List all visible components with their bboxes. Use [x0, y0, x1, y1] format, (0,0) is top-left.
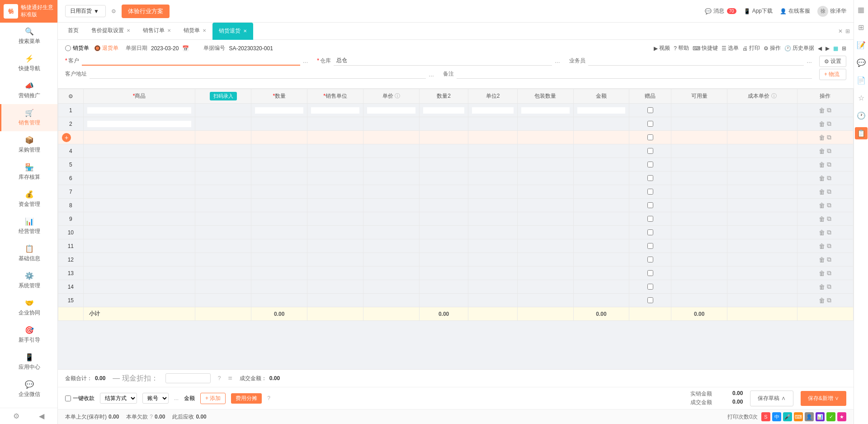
tab-price-setting[interactable]: 售价提取设置 ✕	[85, 23, 137, 40]
rs-item-star[interactable]: ☆	[856, 92, 866, 104]
rs-item-file[interactable]: 📄	[855, 74, 868, 86]
copy-row-btn[interactable]: ⧉	[827, 283, 831, 291]
copy-row-btn[interactable]: ⧉	[827, 161, 831, 168]
settings-button[interactable]: ⚙ 设置	[819, 56, 846, 67]
close-all-tabs-icon[interactable]: ✕	[838, 28, 843, 34]
messages-item[interactable]: 💬 消息 70	[705, 7, 736, 15]
maximize-icon[interactable]: ⊞	[845, 28, 850, 34]
save-draft-button[interactable]: 保存草稿 ∧	[750, 391, 793, 406]
close-tab-price-setting[interactable]: ✕	[127, 28, 130, 33]
discount-input[interactable]	[165, 373, 211, 383]
rs-item-grid1[interactable]: ▦	[856, 4, 866, 16]
copy-row-btn[interactable]: ⧉	[827, 120, 831, 128]
video-btn[interactable]: ▶ 视频	[654, 44, 670, 52]
product-input[interactable]	[87, 121, 192, 127]
product-cell[interactable]	[83, 104, 195, 117]
app-download-item[interactable]: 📱 App下载	[744, 7, 773, 15]
gift-checkbox[interactable]	[647, 284, 653, 290]
radio-return[interactable]: 退货单	[94, 44, 118, 52]
copy-row-btn[interactable]: ⧉	[827, 256, 831, 263]
product-input[interactable]	[87, 107, 192, 114]
remark-input[interactable]	[457, 69, 812, 79]
close-tab-sales-order[interactable]: ✕	[167, 28, 171, 33]
shortcut-btn[interactable]: ⌨ 快捷键	[693, 44, 718, 52]
copy-row-btn[interactable]: ⧉	[827, 133, 831, 141]
gift-checkbox[interactable]	[647, 107, 653, 113]
online-service-item[interactable]: 👤 在线客服	[780, 7, 810, 15]
copy-row-btn[interactable]: ⧉	[827, 229, 831, 236]
one-click-payment-checkbox[interactable]: 一键收款	[65, 395, 94, 402]
sidebar-item-quick-nav[interactable]: ⚡ 快捷导航	[0, 50, 57, 77]
warehouse-input[interactable]	[334, 56, 552, 66]
view-grid-icon[interactable]: ⊞	[842, 45, 846, 52]
info-icon-price[interactable]: ⓘ	[395, 93, 400, 99]
nav-prev-icon[interactable]: ◀	[818, 45, 822, 52]
scan-button[interactable]: 扫码录入	[210, 92, 237, 100]
gift-checkbox[interactable]	[647, 189, 653, 195]
gift-checkbox[interactable]	[647, 257, 653, 262]
nav-select[interactable]: 日用百货 ▼	[65, 5, 106, 17]
help-icon-payment[interactable]: ?	[267, 395, 270, 401]
gear-icon[interactable]: ⚙	[111, 8, 116, 14]
settings-bottom-icon[interactable]: ⚙	[13, 412, 19, 420]
rs-item-grid2[interactable]: ⊞	[856, 21, 866, 33]
tool-icon-zh[interactable]: 中	[772, 412, 781, 421]
sidebar-item-finance[interactable]: 💰 资金管理	[0, 186, 57, 213]
sidebar-item-inventory[interactable]: 🏪 库存核算	[0, 158, 57, 186]
view-table-icon[interactable]: ▦	[833, 45, 838, 52]
expense-split-button[interactable]: 费用分摊	[231, 393, 262, 404]
copy-row-btn[interactable]: ⧉	[827, 242, 831, 250]
quantity-input[interactable]	[255, 107, 303, 114]
staff-input[interactable]	[588, 56, 804, 66]
tool-icon-chart[interactable]: 📊	[816, 412, 825, 421]
rs-item-action[interactable]: 📋	[855, 127, 868, 139]
sidebar-item-guide[interactable]: 🎯 新手引导	[0, 321, 57, 348]
collapse-icon[interactable]: ◀	[39, 412, 44, 420]
delete-row-btn[interactable]: 🗑	[819, 188, 825, 195]
customer-dots-btn[interactable]: ...	[303, 57, 308, 64]
account-select[interactable]: 账号	[142, 393, 169, 404]
th-gear[interactable]: ⚙	[58, 89, 84, 104]
copy-row-btn[interactable]: ⧉	[827, 215, 831, 223]
add-amount-button[interactable]: + 添加	[200, 393, 226, 404]
help-icon-calc[interactable]: ?	[218, 375, 221, 381]
tool-icon-s[interactable]: S	[761, 412, 770, 421]
sidebar-item-member[interactable]: 👑 畅会员	[0, 403, 57, 408]
experience-button[interactable]: 体验行业方案	[122, 5, 170, 18]
gift-checkbox[interactable]	[647, 148, 653, 154]
print-btn[interactable]: 🖨 打印	[742, 44, 760, 52]
tab-sales-order[interactable]: 销售订单 ✕	[137, 23, 177, 40]
gift-checkbox[interactable]	[647, 270, 653, 276]
delete-row-btn[interactable]: 🗑	[819, 296, 825, 304]
account-dots-btn[interactable]: ...	[174, 395, 179, 401]
unit-input[interactable]	[311, 107, 359, 114]
sidebar-item-marketing[interactable]: 📣 营销推广	[0, 77, 57, 104]
delete-row-btn[interactable]: 🗑	[819, 133, 825, 141]
rs-item-chat[interactable]: 💬	[855, 57, 868, 69]
gift-checkbox[interactable]	[647, 297, 653, 303]
close-tab-sales[interactable]: ✕	[203, 28, 206, 33]
tab-sales-return[interactable]: 销货退货 ✕	[212, 23, 253, 40]
gift-checkbox[interactable]	[647, 216, 653, 222]
gift-checkbox[interactable]	[647, 243, 653, 249]
copy-row-btn[interactable]: ⧉	[827, 201, 831, 209]
sidebar-item-wechat[interactable]: 💬 企业微信	[0, 376, 57, 403]
save-new-button[interactable]: 保存&新增 ∨	[801, 391, 846, 406]
copy-row-btn[interactable]: ⧉	[827, 188, 831, 195]
help-btn[interactable]: ? 帮助	[674, 44, 689, 52]
gift-checkbox-active[interactable]	[647, 134, 653, 140]
nav-next-icon[interactable]: ▶	[826, 45, 830, 52]
gift-checkbox[interactable]	[647, 229, 653, 235]
sidebar-item-basic-info[interactable]: 📋 基础信息	[0, 240, 57, 267]
sidebar-item-enterprise[interactable]: 🤝 企业协同	[0, 294, 57, 321]
delete-row-btn[interactable]: 🗑	[819, 215, 825, 223]
sidebar-item-operations[interactable]: 📊 经营管理	[0, 213, 57, 240]
delete-row-btn[interactable]: 🗑	[819, 269, 825, 277]
tool-icon-star[interactable]: ★	[837, 412, 846, 421]
add-flow-button[interactable]: + 物流	[819, 69, 846, 80]
delete-row-btn[interactable]: 🗑	[819, 174, 825, 182]
gift-checkbox[interactable]	[647, 202, 653, 208]
delete-row-btn[interactable]: 🗑	[819, 283, 825, 291]
delete-row-btn[interactable]: 🗑	[819, 242, 825, 250]
operate-btn[interactable]: ⚙ 操作	[764, 44, 781, 52]
